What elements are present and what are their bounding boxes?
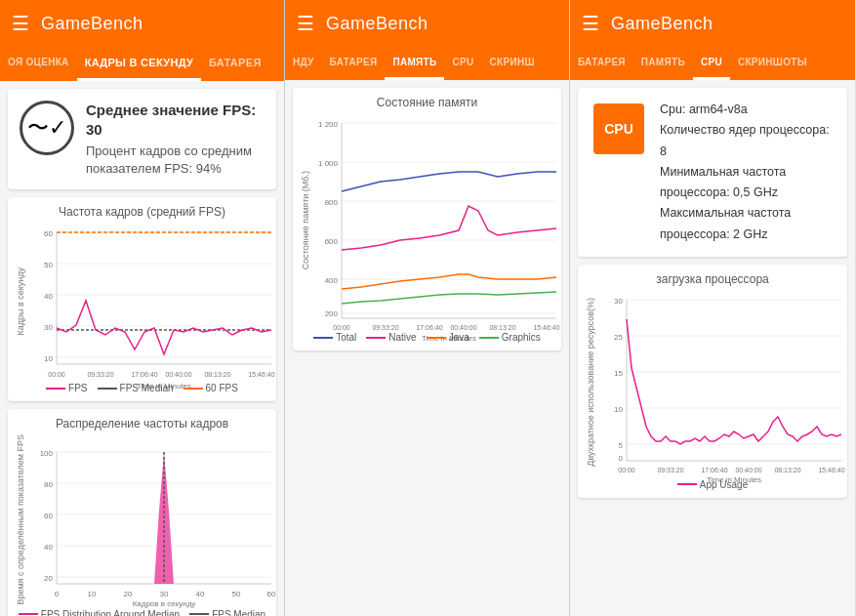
svg-text:15:46:40: 15:46:40 (818, 467, 844, 473)
legend-fps-median: FPS Median (98, 383, 174, 393)
svg-text:50: 50 (44, 261, 53, 269)
memory-chart-title: Состояние памяти (301, 96, 553, 109)
panel-cpu: ☰ GameBench БАТАРЕЯ ПАМЯТЬ CPU СКРИНШОТЫ… (570, 0, 855, 616)
svg-text:400: 400 (325, 276, 339, 285)
tab-battery-3[interactable]: БАТАРЕЯ (570, 47, 633, 80)
svg-text:0: 0 (619, 454, 624, 463)
memory-svg: 1 200 1 000 800 600 400 200 (312, 113, 556, 328)
legend-60fps-dot (183, 388, 203, 390)
tab-battery[interactable]: БАТАРЕЯ (201, 47, 269, 81)
svg-text:08:13:20: 08:13:20 (489, 324, 515, 331)
svg-text:08:13:20: 08:13:20 (204, 371, 230, 378)
tab-overall[interactable]: ОЯ ОЦЕНКА (0, 47, 77, 81)
fps-dist-svg: 100 80 60 40 20 0 10 20 (27, 442, 271, 598)
cpu-content: Cpu: arm64-v8a Количество ядер процессор… (570, 80, 855, 616)
legend-fps: FPS (46, 383, 87, 393)
tab-cpu-3[interactable]: CPU (693, 47, 730, 80)
cpu-icon-box (590, 100, 648, 158)
fps-chart-title: Частота кадров (средний FPS) (16, 205, 268, 219)
legend-fps-median-dot (98, 388, 117, 390)
legend-app-usage: App Usage (677, 479, 748, 490)
app-title: GameBench (41, 14, 143, 34)
fps-icon: 〜✓ (20, 101, 74, 155)
fps-dist-chart-card: Распределение частоты кадров Время с опр… (8, 409, 276, 616)
fps-desc: Процент кадров со средним показателем FP… (86, 143, 265, 178)
svg-text:25: 25 (614, 333, 623, 342)
svg-text:09:33:20: 09:33:20 (372, 324, 398, 331)
legend-total-dot (313, 337, 333, 339)
svg-text:30: 30 (614, 297, 623, 306)
menu-icon[interactable]: ☰ (12, 12, 29, 35)
svg-text:15: 15 (614, 369, 623, 378)
svg-text:60: 60 (267, 590, 276, 598)
tab-screenshots[interactable]: СКРИНШОТЫ (730, 47, 815, 80)
fps-line-chart-card: Частота кадров (средний FPS) Кадры в сек… (8, 197, 276, 401)
tabs-memory: НДУ БАТАРЕЯ ПАМЯТЬ CPU СКРИНШ (285, 47, 569, 80)
fps-title: Среднее значение FPS: 30 (86, 101, 265, 139)
svg-text:15:46:40: 15:46:40 (248, 371, 274, 378)
svg-text:09:33:20: 09:33:20 (87, 371, 113, 378)
svg-text:30: 30 (44, 323, 53, 332)
legend-graphics: Graphics (479, 332, 541, 343)
panel-fps: ☰ GameBench ОЯ ОЦЕНКА КАДРЫ В СЕКУНДУ БА… (0, 0, 285, 616)
legend-dist-dot (19, 613, 38, 615)
tabs-fps: ОЯ ОЦЕНКА КАДРЫ В СЕКУНДУ БАТАРЕЯ (0, 47, 284, 81)
memory-chart-card: Состояние памяти Состояние памяти (Мб.) … (293, 88, 561, 350)
menu-icon-3[interactable]: ☰ (582, 12, 599, 35)
tabs-cpu: БАТАРЕЯ ПАМЯТЬ CPU СКРИНШОТЫ (570, 47, 855, 80)
fps-content: 〜✓ Среднее значение FPS: 30 Процент кадр… (0, 81, 284, 616)
tab-memory-3[interactable]: ПАМЯТЬ (633, 47, 693, 80)
legend-60fps: 60 FPS (183, 383, 238, 393)
svg-text:1 000: 1 000 (318, 159, 339, 168)
fps-y-label: Кадры в секунду (16, 267, 25, 336)
memory-y-label: Состояние памяти (Мб.) (301, 171, 310, 269)
tab-memory[interactable]: ПАМЯТЬ (385, 47, 444, 80)
cpu-usage-svg: 30 25 15 10 5 0 00:00 09:33:20 17:06:40 … (597, 290, 841, 475)
memory-chart-legend: Total Native Java Graphics (301, 332, 553, 343)
cpu-min-freq: Минимальная частота процессора: 0,5 GHz (660, 162, 836, 204)
svg-text:60: 60 (44, 229, 53, 238)
legend-dist-fps: FPS Distribution Around Median (19, 609, 180, 616)
svg-text:17:06:40: 17:06:40 (701, 467, 727, 473)
menu-icon-2[interactable]: ☰ (297, 12, 314, 35)
memory-content: Состояние памяти Состояние памяти (Мб.) … (285, 80, 569, 616)
cpu-chart-card: загрузка процессора Двухкратное использо… (578, 265, 847, 498)
header-fps: ☰ GameBench (0, 0, 284, 47)
svg-text:40: 40 (44, 543, 53, 552)
svg-text:Кадров в секунду: Кадров в секунду (133, 599, 196, 608)
svg-text:80: 80 (44, 480, 53, 489)
svg-text:09:33:20: 09:33:20 (657, 467, 683, 473)
svg-text:00:00: 00:00 (618, 467, 635, 473)
panel-memory: ☰ GameBench НДУ БАТАРЕЯ ПАМЯТЬ CPU СКРИН… (285, 0, 570, 616)
tab-screens[interactable]: СКРИНШ (482, 47, 543, 80)
cpu-max-freq: Максимальная частота процессора: 2 GHz (660, 203, 836, 245)
legend-java: Java (427, 332, 469, 343)
svg-text:20: 20 (124, 590, 133, 598)
cpu-y-label: Двухкратное использование ресурсов(%) (586, 298, 595, 467)
fps-line-svg: 60 50 40 30 10 00:00 09:33:20 (27, 223, 271, 379)
cpu-details: Cpu: arm64-v8a Количество ядер процессор… (660, 100, 836, 245)
svg-text:10: 10 (88, 590, 97, 598)
legend-dist-median-dot (189, 613, 209, 615)
fps-summary-card: 〜✓ Среднее значение FPS: 30 Процент кадр… (8, 89, 276, 189)
legend-native-dot (366, 337, 386, 339)
svg-text:600: 600 (325, 237, 339, 246)
tab-fps[interactable]: КАДРЫ В СЕКУНДУ (77, 47, 201, 81)
tab-cpu-2[interactable]: CPU (444, 47, 481, 80)
header-cpu: ☰ GameBench (570, 0, 855, 47)
svg-text:0: 0 (55, 590, 60, 598)
tab-ndu[interactable]: НДУ (285, 47, 322, 80)
svg-text:00:40:00: 00:40:00 (450, 324, 476, 331)
legend-total: Total (313, 332, 356, 343)
svg-text:1 200: 1 200 (318, 120, 339, 129)
svg-text:5: 5 (619, 441, 624, 450)
svg-text:08:13:20: 08:13:20 (774, 467, 800, 473)
legend-graphics-dot (479, 337, 499, 339)
svg-text:200: 200 (325, 309, 339, 318)
cpu-chart-title: загрузка процессора (586, 272, 839, 286)
header-memory: ☰ GameBench (285, 0, 569, 47)
cpu-chart-legend: App Usage (586, 479, 839, 490)
svg-text:40: 40 (44, 292, 53, 301)
svg-text:00:40:00: 00:40:00 (735, 467, 761, 473)
tab-battery-2[interactable]: БАТАРЕЯ (322, 47, 386, 80)
